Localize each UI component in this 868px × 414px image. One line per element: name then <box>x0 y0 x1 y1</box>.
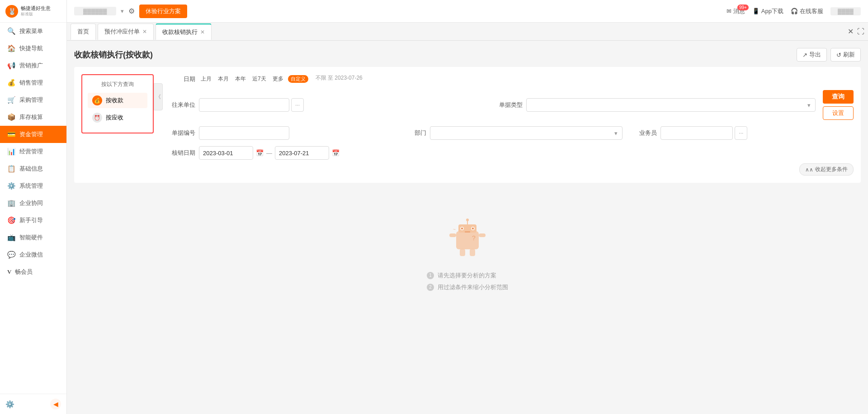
sidebar-item-wechat[interactable]: 💬 企业微信 <box>0 246 66 263</box>
sidebar-item-basic[interactable]: 📋 基础信息 <box>0 160 66 177</box>
chevron-down-icon: ▾ <box>807 102 811 109</box>
sidebar-item-enterprise[interactable]: 🏢 企业协同 <box>0 195 66 212</box>
counterparty-group: 往来单位 ··· <box>168 98 488 112</box>
message-button[interactable]: ✉ 消息 99+ <box>726 7 745 15</box>
marketing-icon: 📢 <box>7 62 16 70</box>
sidebar-label-marketing: 营销推广 <box>19 62 43 70</box>
basic-icon: 📋 <box>7 165 16 173</box>
finance-icon: 💳 <box>7 130 16 138</box>
offset-date-end-input[interactable] <box>275 146 329 160</box>
svg-text:?: ? <box>472 234 476 242</box>
sidebar-item-marketing[interactable]: 📢 营销推广 <box>0 57 66 74</box>
bill-type-group: 单据类型 ▾ <box>495 98 816 112</box>
filter-option-receivable-label: 按应收 <box>106 114 123 122</box>
export-button[interactable]: ↗ 导出 <box>797 48 827 62</box>
dropdown-arrow-icon[interactable]: ▾ <box>121 8 124 14</box>
close-tab-button[interactable]: ✕ <box>848 27 854 36</box>
filter-row-3: 单据编号 部门 ▾ 业务员 ··· <box>168 126 854 140</box>
guide-icon: 🎯 <box>7 216 16 224</box>
operation-icon: 📊 <box>7 148 16 156</box>
refresh-button[interactable]: ↺ 刷新 <box>830 48 861 62</box>
department-select[interactable]: ▾ <box>430 126 623 140</box>
tab-receipt-offset[interactable]: 收款核销执行 ✕ <box>156 24 212 40</box>
sidebar-item-finance[interactable]: 💳 资金管理 <box>0 126 66 143</box>
tab-home-label: 首页 <box>77 28 89 36</box>
setting-button[interactable]: 设置 <box>823 106 854 120</box>
empty-illustration: ? ~ <box>445 215 490 261</box>
counterparty-input[interactable] <box>199 98 289 112</box>
filter-option-by-receipt[interactable]: 💰 按收款 <box>88 93 147 108</box>
topbar-right: ✉ 消息 99+ 📱 App下载 🎧 在线客服 ▓▓▓▓ <box>726 7 861 15</box>
maximize-tab-button[interactable]: ⛶ <box>857 27 864 36</box>
date-range-text: 不限 至 2023-07-26 <box>316 74 363 82</box>
query-button[interactable]: 查询 <box>823 90 854 104</box>
svg-point-4 <box>461 228 463 229</box>
svg-rect-6 <box>465 231 470 233</box>
calendar-end-icon[interactable]: 📅 <box>332 149 340 157</box>
collapse-up-icon: ∧∧ <box>805 167 813 173</box>
filter-type-title: 按以下方查询 <box>88 81 147 88</box>
filter-collapse-button[interactable]: 《 <box>154 83 163 110</box>
sidebar-item-system[interactable]: ⚙️ 系统管理 <box>0 177 66 195</box>
date-shortcut-last-month[interactable]: 上月 <box>199 74 213 84</box>
tab-receipt-offset-close-icon[interactable]: ✕ <box>200 29 205 35</box>
sidebar-item-shortcuts[interactable]: 🏠 快捷导航 <box>0 40 66 57</box>
message-icon: ✉ <box>726 8 731 14</box>
salesperson-input[interactable] <box>660 126 733 140</box>
date-shortcut-more[interactable]: 更多 <box>271 74 285 84</box>
filter-option-receipt-label: 按收款 <box>106 96 123 105</box>
app-download-button[interactable]: 📱 App下载 <box>752 7 783 15</box>
tab-home[interactable]: 首页 <box>71 24 96 40</box>
sidebar-item-operation[interactable]: 📊 经营管理 <box>0 143 66 160</box>
salesperson-more-button[interactable]: ··· <box>735 126 747 140</box>
sidebar-item-purchase[interactable]: 🛒 采购管理 <box>0 91 66 109</box>
online-service-button[interactable]: 🎧 在线客服 <box>791 7 823 15</box>
bill-no-input[interactable] <box>199 126 289 140</box>
tip-num-2: 2 <box>427 284 434 291</box>
collapse-more-button[interactable]: ∧∧ 收起更多条件 <box>799 163 854 176</box>
tab-prepay[interactable]: 预付冲应付单 ✕ <box>98 24 154 40</box>
filter-left-container: 按以下方查询 💰 按收款 ⏰ 按应收 《 <box>81 74 163 176</box>
sidebar-item-inventory[interactable]: 📦 库存核算 <box>0 109 66 126</box>
sidebar-item-sales[interactable]: 💰 销售管理 <box>0 74 66 91</box>
sidebar-label-purchase: 采购管理 <box>19 96 43 104</box>
service-icon: 🎧 <box>791 8 798 14</box>
filter-type-selector: 按以下方查询 💰 按收款 ⏰ 按应收 <box>81 74 154 133</box>
industry-solution-button[interactable]: 休验行业方案 <box>139 5 187 18</box>
filter-option-by-receivable[interactable]: ⏰ 按应收 <box>88 110 147 125</box>
date-shortcut-7days[interactable]: 近7天 <box>250 74 268 84</box>
calendar-start-icon[interactable]: 📅 <box>256 149 264 157</box>
tab-prepay-label: 预付冲应付单 <box>104 28 140 36</box>
offset-date-start-input[interactable] <box>199 146 253 160</box>
empty-tip-row-1: 1 请先选择要分析的方案 <box>427 270 508 281</box>
sidebar-label-guide: 新手引导 <box>19 216 43 224</box>
date-shortcuts: 上月 本月 本年 近7天 更多 自定义 <box>199 74 308 84</box>
tab-prepay-close-icon[interactable]: ✕ <box>142 29 147 35</box>
logo-badge: 标准版 <box>21 11 51 17</box>
query-action-group: 查询 设置 <box>823 90 854 120</box>
sidebar-item-hardware[interactable]: 📺 智能硬件 <box>0 229 66 246</box>
bill-type-select[interactable]: ▾ <box>526 98 816 112</box>
page-title: 收款核销执行(按收款) <box>74 49 153 60</box>
sidebar-item-search[interactable]: 🔍 搜索菜单 <box>0 23 66 40</box>
collapse-sidebar-btn[interactable]: ◀ <box>50 399 61 409</box>
sidebar-item-guide[interactable]: 🎯 新手引导 <box>0 212 66 229</box>
department-group: 部门 ▾ <box>399 126 623 140</box>
sidebar-menu: 🔍 搜索菜单 🏠 快捷导航 📢 营销推广 💰 销售管理 🛒 采购管理 📦 库存核… <box>0 23 66 394</box>
settings-icon[interactable]: ⚙️ <box>5 400 14 409</box>
logo-icon: 🐰 <box>5 5 18 18</box>
user-account[interactable]: ▓▓▓▓ <box>830 7 861 15</box>
date-shortcut-this-month[interactable]: 本月 <box>216 74 231 84</box>
sidebar-item-vip[interactable]: V 畅会员 <box>0 263 66 281</box>
filter-row-2: 往来单位 ··· 单据类型 ▾ 查询 <box>168 90 854 120</box>
date-custom-badge[interactable]: 自定义 <box>288 75 308 83</box>
receipt-icon: 💰 <box>92 95 102 105</box>
topbar-brand: ▓▓▓▓▓▓ <box>74 7 116 15</box>
counterparty-more-button[interactable]: ··· <box>291 98 304 112</box>
vip-icon: V <box>7 268 11 276</box>
svg-rect-10 <box>479 233 486 237</box>
date-shortcut-this-year[interactable]: 本年 <box>233 74 248 84</box>
gear-icon[interactable]: ⚙ <box>128 7 135 15</box>
sidebar-label-finance: 资金管理 <box>19 130 43 138</box>
page-actions: ↗ 导出 ↺ 刷新 <box>797 48 861 62</box>
